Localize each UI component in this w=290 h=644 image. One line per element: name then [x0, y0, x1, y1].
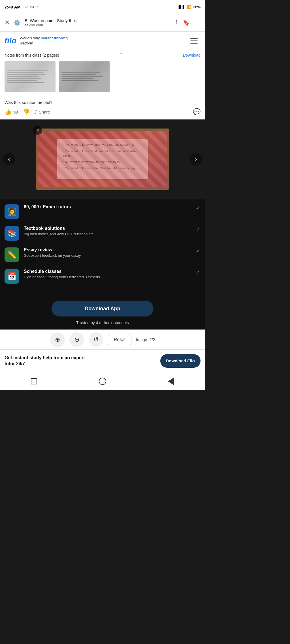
feature-text-tutors: 60, 000+ Expert tutors — [24, 204, 191, 210]
like-button[interactable]: 👍 99 — [5, 108, 18, 115]
next-arrow-button[interactable]: › — [190, 153, 202, 165]
feature-item-essay: ✏️ Essay review Get expert feedback on y… — [5, 247, 201, 262]
study-help-text: Get instant study help from an expert tu… — [5, 355, 89, 367]
filo-tagline: World's only instant tutoring platform — [20, 36, 68, 46]
browser-toolbar: ✕ ⚙️ B. Work in pairs. Study the... askf… — [0, 14, 205, 32]
notes-section: Notes from this class (2 pages) ⌃ Downlo… — [0, 50, 205, 96]
notes-download-button[interactable]: Download — [183, 53, 201, 57]
notes-images — [5, 61, 201, 92]
feature-title-tutors: 60, 000+ Expert tutors — [24, 204, 191, 209]
feature-check-textbook: ✓ — [196, 226, 201, 233]
feature-item-textbook: 📚 Textbook solutions Big idea maths, McG… — [5, 226, 201, 241]
webpage-content: filo World's only instant tutoring platf… — [0, 32, 205, 390]
download-app-section: Download App Trusted by 4 million+ stude… — [0, 296, 205, 330]
download-filo-label: Download Filo — [166, 358, 195, 363]
feature-desc-textbook: Big idea maths, McGraw-Hill Education et… — [24, 232, 191, 236]
download-filo-button[interactable]: Download Filo — [160, 354, 201, 368]
comment-icon[interactable]: 💬 — [193, 108, 201, 115]
like-count: 99 — [13, 110, 18, 114]
nav-back-button[interactable] — [168, 377, 174, 385]
share-button[interactable]: ⤴ — [174, 18, 179, 27]
browser-settings-button[interactable]: ⚙️ — [14, 19, 21, 26]
zoom-toolbar: ⊕ ⊖ ↺ Reset Image- 2/2 — [0, 330, 205, 349]
feature-text-essay: Essay review Get expert feedback on your… — [24, 247, 191, 258]
share-button[interactable]: ⤴ Share — [34, 109, 50, 115]
feature-icon-schedule: 📅 — [5, 269, 19, 284]
feature-icon-tutors: 🧑‍🏫 — [5, 204, 19, 219]
page-title: B. Work in pairs. Study the... — [25, 18, 170, 23]
feature-check-schedule: ✓ — [196, 269, 201, 276]
popup-image-frame: You want to know whether your tea has su… — [36, 129, 169, 190]
solution-helpful-text: Was this solution helpful? — [5, 100, 201, 105]
feature-text-textbook: Textbook solutions Big idea maths, McGra… — [24, 226, 191, 236]
note-thumb-2[interactable] — [59, 61, 110, 92]
bookmark-button[interactable]: 🔖 — [182, 18, 191, 27]
download-app-label: Download App — [85, 306, 120, 312]
reset-button[interactable]: Reset — [108, 334, 132, 345]
status-icons: ▐▌▌ 📶 36% — [177, 5, 201, 9]
feature-title-essay: Essay review — [24, 247, 191, 253]
like-icon: 👍 — [5, 108, 12, 115]
share-icon: ⤴ — [34, 109, 37, 115]
solution-helpful-section: Was this solution helpful? 👍 99 👎 ⤴ Shar… — [0, 96, 205, 119]
status-speed: 32.0KB/s — [24, 5, 39, 9]
popup-container: × You want to know whether your tea has … — [36, 129, 169, 190]
refresh-icon: ↺ — [93, 336, 99, 343]
download-app-button[interactable]: Download App — [52, 301, 153, 316]
feature-check-tutors: ✓ — [196, 204, 201, 211]
prev-arrow-button[interactable]: ‹ — [3, 153, 15, 165]
zoom-out-button[interactable]: ⊖ — [69, 332, 84, 347]
status-time: 7:49 AM — [5, 5, 21, 9]
feature-title-schedule: Schedule classes — [24, 269, 191, 274]
dislike-button[interactable]: 👎 — [23, 108, 30, 115]
dark-content-section: ‹ › × You want to know whether your tea … — [0, 119, 205, 330]
feature-icon-textbook: 📚 — [5, 226, 19, 241]
filo-header: filo World's only instant tutoring platf… — [0, 32, 205, 50]
zoom-in-icon: ⊕ — [55, 336, 60, 343]
wifi-icon: 📶 — [187, 5, 191, 9]
features-section: 🧑‍🏫 60, 000+ Expert tutors ✓ 📚 Textbook … — [0, 199, 205, 296]
refresh-button[interactable]: ↺ — [89, 332, 103, 347]
filo-menu-button[interactable] — [190, 36, 201, 46]
note-thumb-1[interactable] — [5, 61, 56, 92]
filo-logo-area: filo World's only instant tutoring platf… — [5, 36, 68, 46]
filo-logo: filo — [5, 36, 16, 45]
feature-item-tutors: 🧑‍🏫 60, 000+ Expert tutors ✓ — [5, 204, 201, 219]
battery-icon: 36% — [193, 5, 201, 9]
notes-header: Notes from this class (2 pages) ⌃ Downlo… — [5, 52, 201, 58]
feature-title-textbook: Textbook solutions — [24, 226, 191, 231]
popup-image-bg: You want to know whether your tea has su… — [38, 131, 167, 187]
nav-square-button[interactable] — [31, 378, 37, 384]
feature-icon-essay: ✏️ — [5, 247, 19, 262]
notes-collapse-button[interactable]: ⌃ — [119, 52, 123, 58]
popup-overlay: × You want to know whether your tea has … — [0, 119, 205, 199]
url-box[interactable]: B. Work in pairs. Study the... askfilo.c… — [25, 18, 170, 27]
menu-button[interactable]: ⋮ — [194, 18, 202, 27]
share-label: Share — [39, 110, 50, 114]
feature-text-schedule: Schedule classes High dosage tutoring fr… — [24, 269, 191, 279]
page-url: askfilo.com — [25, 23, 170, 27]
signal-icon: ▐▌▌ — [177, 5, 185, 9]
status-bar: 7:49 AM 32.0KB/s ▐▌▌ 📶 36% — [0, 0, 205, 14]
zoom-out-icon: ⊖ — [74, 336, 79, 343]
feature-desc-essay: Get expert feedback on your essay — [24, 253, 191, 258]
illustration-area: ‹ › × You want to know whether your tea … — [0, 119, 205, 199]
zoom-in-button[interactable]: ⊕ — [50, 332, 65, 347]
image-counter: Image- 2/2 — [136, 337, 155, 342]
nav-home-button[interactable] — [99, 378, 106, 385]
android-nav-bar — [0, 372, 205, 390]
bottom-action-bar: Get instant study help from an expert tu… — [0, 349, 205, 372]
solution-actions: 👍 99 👎 ⤴ Share 💬 — [5, 108, 201, 115]
feature-item-schedule: 📅 Schedule classes High dosage tutoring … — [5, 269, 201, 284]
browser-close-button[interactable]: ✕ — [3, 18, 11, 27]
feature-desc-schedule: High dosage tutoring from Dedicated 3 ex… — [24, 275, 191, 279]
notes-title: Notes from this class (2 pages) — [5, 53, 59, 57]
dislike-icon: 👎 — [23, 108, 30, 115]
feature-check-essay: ✓ — [196, 247, 201, 254]
trusted-text: Trusted by 4 million+ students — [76, 320, 129, 325]
reset-label: Reset — [114, 337, 126, 342]
